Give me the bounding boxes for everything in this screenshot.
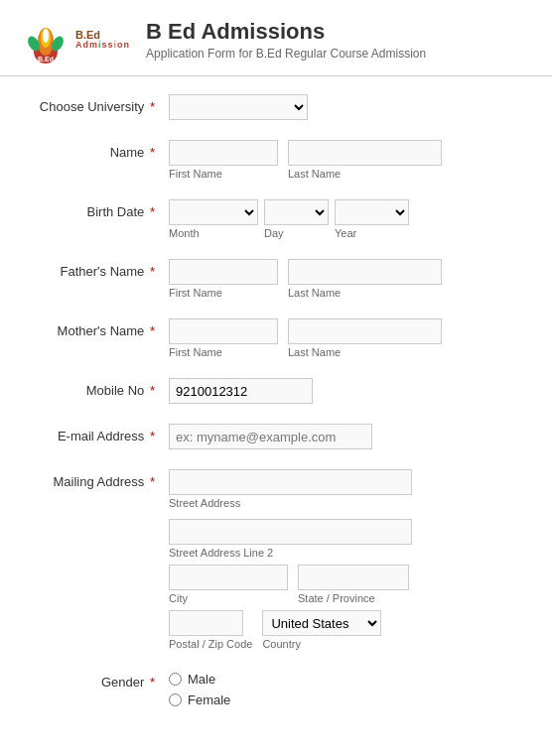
- first-name-hint: First Name: [169, 168, 278, 180]
- gender-male-option[interactable]: Male: [169, 672, 522, 687]
- father-name-label: Father's Name *: [30, 259, 169, 279]
- mobile-row: Mobile No *: [30, 378, 522, 404]
- email-row: E-mail Address *: [30, 424, 522, 449]
- day-hint: Day: [264, 227, 329, 239]
- mother-name-label: Mother's Name *: [30, 318, 169, 338]
- father-last-hint: Last Name: [288, 287, 442, 299]
- street-address-input[interactable]: [169, 469, 412, 495]
- gender-male-label: Male: [188, 672, 215, 687]
- father-name-row: Father's Name * First Name Last Name: [30, 259, 522, 299]
- name-fields: First Name Last Name: [169, 140, 522, 180]
- mother-name-row: Mother's Name * First Name Last Name: [30, 318, 522, 358]
- application-form: Choose University * Name * First Name La…: [0, 76, 552, 756]
- mother-last-input[interactable]: [288, 318, 442, 344]
- birthdate-fields: Month Day Year: [169, 199, 522, 239]
- city-input[interactable]: [169, 565, 288, 590]
- gender-male-radio[interactable]: [169, 673, 182, 686]
- last-name-hint: Last Name: [288, 168, 442, 180]
- city-hint: City: [169, 592, 288, 604]
- mobile-label: Mobile No *: [30, 378, 169, 398]
- page-title: B Ed Admissions: [146, 19, 426, 45]
- gender-female-radio[interactable]: [169, 693, 182, 706]
- logo: B.Ed B.Ed Admission: [20, 14, 130, 65]
- month-hint: Month: [169, 227, 258, 239]
- mobile-fields: [169, 378, 522, 404]
- mailing-label: Mailing Address *: [30, 469, 169, 489]
- svg-text:B.Ed: B.Ed: [38, 56, 54, 63]
- country-hint: Country: [262, 638, 381, 650]
- mother-first-input[interactable]: [169, 318, 278, 344]
- university-label: Choose University *: [30, 94, 169, 114]
- name-label: Name *: [30, 140, 169, 160]
- mother-name-fields: First Name Last Name: [169, 318, 522, 358]
- country-select[interactable]: United States India United Kingdom: [262, 610, 381, 636]
- email-fields: [169, 424, 522, 449]
- zip-hint: Postal / Zip Code: [169, 638, 252, 650]
- father-name-fields: First Name Last Name: [169, 259, 522, 299]
- university-select[interactable]: [169, 94, 308, 120]
- mailing-fields: Street Address Street Address Line 2 Cit…: [169, 469, 522, 650]
- logo-icon: B.Ed: [20, 14, 71, 65]
- street2-hint: Street Address Line 2: [169, 547, 522, 559]
- street-address2-input[interactable]: [169, 519, 412, 545]
- gender-female-label: Female: [188, 693, 230, 707]
- birth-year-select[interactable]: [335, 199, 409, 225]
- gender-label: Gender *: [30, 670, 169, 690]
- street-hint: Street Address: [169, 497, 522, 509]
- birth-month-select[interactable]: [169, 199, 258, 225]
- gender-fields: Male Female: [169, 670, 522, 707]
- year-hint: Year: [335, 227, 409, 239]
- university-fields: [169, 94, 522, 120]
- svg-point-3: [43, 29, 49, 43]
- birthdate-row: Birth Date * Month Day: [30, 199, 522, 239]
- name-first-input[interactable]: [169, 140, 278, 166]
- page-header: B.Ed B.Ed Admission B Ed Admissions Appl…: [0, 0, 552, 76]
- father-last-input[interactable]: [288, 259, 442, 285]
- name-last-input[interactable]: [288, 140, 442, 166]
- father-first-input[interactable]: [169, 259, 278, 285]
- email-input[interactable]: [169, 424, 372, 449]
- gender-female-option[interactable]: Female: [169, 693, 522, 707]
- header-text: B Ed Admissions Application Form for B.E…: [146, 19, 426, 61]
- email-label: E-mail Address *: [30, 424, 169, 443]
- page-subtitle: Application Form for B.Ed Regular Course…: [146, 47, 426, 61]
- state-input[interactable]: [298, 565, 409, 590]
- zip-input[interactable]: [169, 610, 243, 636]
- university-row: Choose University *: [30, 94, 522, 120]
- birth-day-select[interactable]: [264, 199, 329, 225]
- mailing-row: Mailing Address * Street Address Street …: [30, 469, 522, 650]
- mobile-input[interactable]: [169, 378, 313, 404]
- name-row: Name * First Name Last Name: [30, 140, 522, 180]
- gender-row: Gender * Male Female: [30, 670, 522, 707]
- father-first-hint: First Name: [169, 287, 278, 299]
- mother-last-hint: Last Name: [288, 346, 442, 358]
- mother-first-hint: First Name: [169, 346, 278, 358]
- state-hint: State / Province: [298, 592, 409, 604]
- birthdate-label: Birth Date *: [30, 199, 169, 219]
